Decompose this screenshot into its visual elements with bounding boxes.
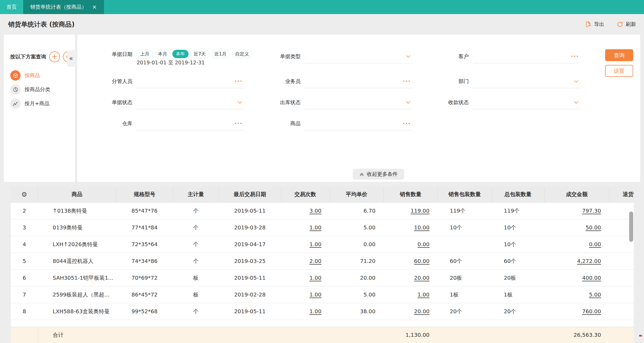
collapse-sidebar-button[interactable]: « <box>67 50 75 67</box>
cell-amount-link[interactable]: 0.00 <box>544 236 609 253</box>
row-index: 4 <box>11 236 38 253</box>
refresh-button[interactable]: 刷新 <box>617 21 636 28</box>
column-header-成交金额[interactable]: 成交金额 <box>544 187 609 202</box>
filter-outbound-status: 出库状态 <box>262 96 426 109</box>
salesman-label: 业务员 <box>262 78 305 85</box>
add-scheme-button[interactable]: + <box>49 51 60 62</box>
column-header-退货数量[interactable]: 退货数量 <box>609 187 634 202</box>
sidebar-item-按商品[interactable]: 按商品 <box>10 70 75 81</box>
sidebar-item-按月+商品[interactable]: 按月+商品 <box>10 98 75 109</box>
cell-product: ↑0138奥特曼 <box>38 202 116 219</box>
cell-spec: 70*69*72 <box>116 269 173 286</box>
ellipsis-icon: ··· <box>403 121 411 126</box>
doc-status-select[interactable] <box>137 96 245 109</box>
collapse-more-conditions-button[interactable]: 收起更多条件 <box>353 169 404 180</box>
column-header-平均单价[interactable]: 平均单价 <box>330 187 384 202</box>
cell-amount-link[interactable]: 5.00 <box>544 286 609 303</box>
department-select[interactable] <box>473 75 581 88</box>
department-label: 部门 <box>430 78 473 85</box>
close-icon[interactable]: × <box>92 4 97 10</box>
cell-sales-qty-link[interactable]: 20.00 <box>384 303 438 320</box>
tab-home[interactable]: 首页 <box>0 0 23 14</box>
cell-trade-times-link[interactable]: 1.00 <box>281 269 330 286</box>
cell-unit: 个 <box>173 253 219 269</box>
row-index: 2 <box>11 202 38 219</box>
cell-total-pack: 119个 <box>492 202 544 219</box>
cell-sales-qty-link[interactable]: 0.00 <box>384 236 438 253</box>
column-header-总包装数量[interactable]: 总包装数量 <box>492 187 544 202</box>
date-preset-本月[interactable]: 本月 <box>155 50 171 58</box>
horizontal-scroll-indicator <box>639 335 642 337</box>
cell-return-qty <box>609 303 634 320</box>
column-header-销售数量[interactable]: 销售数量 <box>384 187 438 202</box>
cell-sales-qty-link[interactable]: 10.00 <box>384 219 438 236</box>
cell-amount-link[interactable]: 50.00 <box>544 219 609 236</box>
query-button[interactable]: 查询 <box>605 49 633 61</box>
salesman-lookup[interactable]: ··· <box>305 75 413 88</box>
chevron-down-icon <box>573 79 579 84</box>
cell-total-pack: 60个 <box>492 253 544 269</box>
cell-sales-qty-link[interactable]: 119.00 <box>384 202 438 219</box>
column-header-商品[interactable]: 商品 <box>38 187 116 202</box>
warehouse-lookup[interactable]: ··· <box>137 117 245 130</box>
tab-active-report[interactable]: 销货单统计表（按商品） × <box>23 0 104 14</box>
doc-type-select[interactable] <box>305 50 413 63</box>
column-header-交易次数[interactable]: 交易次数 <box>281 187 330 202</box>
collapse-icon: « <box>69 55 73 62</box>
cell-amount-link[interactable]: 400.00 <box>544 269 609 286</box>
table-row: 6SAH3051-1铠甲板装1...70*69*72板2019-05-111.0… <box>11 269 634 286</box>
page-title: 销货单统计表 (按商品) <box>8 20 75 29</box>
cell-unit: 板 <box>173 286 219 303</box>
cell-sales-qty-link[interactable]: 20.00 <box>384 269 438 286</box>
date-preset-近7天[interactable]: 近7天 <box>190 50 209 58</box>
cell-trade-times-link[interactable]: 3.00 <box>281 202 330 219</box>
column-header-最后交易日期[interactable]: 最后交易日期 <box>219 187 281 202</box>
customer-lookup[interactable]: ··· <box>473 50 581 63</box>
column-header-主计量[interactable]: 主计量 <box>173 187 219 202</box>
cell-trade-times-link[interactable]: 1.00 <box>281 236 330 253</box>
cell-trade-times-link[interactable]: 1.00 <box>281 303 330 320</box>
date-preset-近1月[interactable]: 近1月 <box>211 50 230 58</box>
outbound-status-label: 出库状态 <box>262 99 305 106</box>
date-preset-上月[interactable]: 上月 <box>137 50 153 58</box>
sidebar-item-按商品分类[interactable]: 按商品分类 <box>10 84 75 95</box>
cell-trade-times-link[interactable]: 2.00 <box>281 253 330 269</box>
cell-pack-qty: 119个 <box>438 202 492 219</box>
export-button[interactable]: 导出 <box>585 21 604 28</box>
cell-amount-link[interactable]: 797.30 <box>544 202 609 219</box>
cell-last-date: 2019-03-25 <box>219 253 281 269</box>
settings-button[interactable]: 设置 <box>605 65 633 77</box>
product-lookup[interactable]: ··· <box>305 117 413 130</box>
cell-unit: 个 <box>173 202 219 219</box>
cell-trade-times-link[interactable]: 1.00 <box>281 219 330 236</box>
cell-sales-qty-link[interactable]: 1.00 <box>384 286 438 303</box>
cell-unit: 个 <box>173 303 219 320</box>
cell-trade-times-link[interactable]: 1.00 <box>281 286 330 303</box>
cell-pack-qty: 60个 <box>438 253 492 269</box>
cube-icon <box>10 70 21 81</box>
outbound-status-select[interactable] <box>305 96 413 109</box>
doc-date-label: 单据日期 <box>93 50 137 58</box>
ellipsis-icon: ··· <box>571 54 579 59</box>
table-row: 8LXH588-63盒装奥特曼99*52*68个2019-05-111.0038… <box>11 303 634 320</box>
column-header-规格型号[interactable]: 规格型号 <box>116 187 173 202</box>
chevron-down-icon <box>405 54 411 59</box>
cell-amount-link[interactable]: 4,272.00 <box>544 253 609 269</box>
cell-product: LXH588-63盒装奥特曼 <box>38 303 116 320</box>
filter-warehouse: 仓库 ··· <box>93 117 258 130</box>
date-range-value[interactable]: 2019-01-01 至 2019-12-31 <box>137 59 253 66</box>
receipt-status-select[interactable] <box>473 96 581 109</box>
table-row: 30139奥特曼77*41*84个2019-03-281.005.0010.00… <box>11 219 634 236</box>
vertical-scrollbar-thumb[interactable] <box>629 212 633 242</box>
column-settings-gear-icon[interactable]: ⚙ <box>11 187 38 202</box>
page-header: 销货单统计表 (按商品) 导出 刷新 <box>0 14 644 35</box>
date-preset-本年[interactable]: 本年 <box>172 50 189 58</box>
cell-pack-qty: 20板 <box>438 269 492 286</box>
receipt-status-label: 收款状态 <box>430 99 473 106</box>
manager-lookup[interactable]: ··· <box>137 75 245 88</box>
cell-sales-qty-link[interactable]: 60.00 <box>384 253 438 269</box>
date-preset-自定义[interactable]: 自定义 <box>232 50 253 58</box>
column-header-销售包装数量[interactable]: 销售包装数量 <box>438 187 492 202</box>
cell-product: LXH↑2026奥特曼 <box>38 236 116 253</box>
cell-amount-link[interactable]: 760.00 <box>544 303 609 320</box>
